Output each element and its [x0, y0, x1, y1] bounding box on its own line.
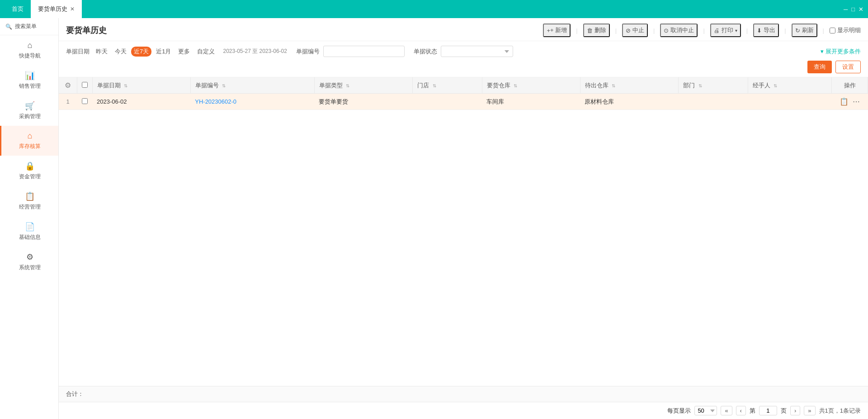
- sidebar-item-sales[interactable]: 📊 销售管理: [0, 65, 58, 95]
- doc-number-filter: 单据编号: [296, 46, 405, 57]
- doc-status-filter: 单据状态: [414, 46, 513, 57]
- table-area: ⚙ 单据日期 ⇅ 单据编号 ⇅: [59, 77, 868, 386]
- plus-icon: +: [547, 27, 550, 34]
- display-detail-toggle[interactable]: 显示明细: [830, 26, 861, 34]
- tab-home[interactable]: 首页: [5, 0, 31, 18]
- page-size-select[interactable]: 50 10 20 100: [694, 406, 717, 415]
- next-page-button[interactable]: ›: [790, 406, 800, 415]
- date-range-display: 2023-05-27 至 2023-06-02: [223, 48, 287, 55]
- row-checkbox[interactable]: [82, 98, 88, 104]
- col-handler: 经手人 ⇅: [748, 77, 831, 94]
- main-layout: 🔍 搜索菜单 ⌂ 快捷导航 📊 销售管理 🛒 采购管理 ⌂ 库存核算 🔒 资金管…: [0, 18, 868, 419]
- sidebar-item-label: 库存核算: [19, 143, 41, 150]
- sidebar-item-label: 快捷导航: [19, 52, 41, 60]
- sort-icon: ⇅: [346, 83, 349, 88]
- operations-icon: 📋: [25, 191, 35, 201]
- col-doc-type: 单据类型 ⇅: [314, 77, 412, 94]
- export-button[interactable]: ⬇ 导出: [753, 24, 779, 37]
- minimize-icon[interactable]: ─: [844, 6, 848, 13]
- settings-button[interactable]: 设置: [835, 61, 861, 73]
- row-handler: [748, 94, 831, 110]
- doc-number-label: 单据编号: [296, 48, 320, 56]
- table-footer: 合计：: [59, 386, 868, 402]
- query-button[interactable]: 查询: [807, 61, 832, 73]
- date-option-custom[interactable]: 自定义: [194, 47, 217, 57]
- col-settings: ⚙: [59, 77, 77, 94]
- sidebar-item-label: 销售管理: [19, 82, 41, 90]
- sidebar-item-label: 资金管理: [19, 173, 41, 181]
- sidebar-item-inventory[interactable]: ⌂ 库存核算: [0, 126, 58, 156]
- sidebar: 🔍 搜索菜单 ⌂ 快捷导航 📊 销售管理 🛒 采购管理 ⌂ 库存核算 🔒 资金管…: [0, 18, 59, 419]
- last-page-button[interactable]: »: [804, 406, 815, 415]
- date-option-today[interactable]: 今天: [112, 47, 129, 57]
- sidebar-item-label: 基础信息: [19, 233, 41, 241]
- col-checkbox: [77, 77, 92, 94]
- select-all-checkbox[interactable]: [82, 82, 88, 88]
- sidebar-item-operations[interactable]: 📋 经营管理: [0, 186, 58, 216]
- page-number-input[interactable]: [759, 406, 777, 415]
- pagination: 每页显示 50 10 20 100 « ‹ 第 页 › » 共1页，1条记录: [59, 402, 868, 419]
- purchase-icon: 🛒: [25, 101, 35, 111]
- date-filter-label: 单据日期: [66, 48, 90, 56]
- more-icon[interactable]: ⋯: [853, 98, 860, 105]
- summary-label: 合计：: [66, 390, 84, 398]
- date-option-1month[interactable]: 近1月: [153, 47, 174, 57]
- delete-button[interactable]: 🗑 删除: [583, 24, 610, 37]
- date-option-7days[interactable]: 近7天: [131, 47, 151, 57]
- suspend-button[interactable]: ⊘ 中止: [622, 24, 648, 37]
- refresh-icon: ↻: [795, 27, 800, 34]
- doc-status-select[interactable]: [441, 46, 513, 57]
- sort-icon: ⇅: [433, 83, 436, 88]
- date-option-yesterday[interactable]: 昨天: [93, 47, 110, 57]
- tab-home-label: 首页: [12, 5, 24, 13]
- sidebar-item-basic-info[interactable]: 📄 基础信息: [0, 216, 58, 247]
- top-bar: 首页 要货单历史 ✕ ─ □ ✕: [0, 0, 868, 18]
- date-option-more[interactable]: 更多: [175, 47, 193, 57]
- sort-icon: ⇅: [222, 83, 226, 88]
- data-table: ⚙ 单据日期 ⇅ 单据编号 ⇅: [59, 77, 868, 110]
- doc-status-label: 单据状态: [414, 48, 437, 56]
- page-label-before: 第: [750, 407, 755, 415]
- prev-page-button[interactable]: ‹: [736, 406, 746, 415]
- new-button[interactable]: + + 新增: [543, 24, 571, 37]
- home-icon: ⌂: [28, 41, 33, 50]
- row-checkbox-cell: [77, 94, 92, 110]
- refresh-button[interactable]: ↻ 刷新: [792, 24, 817, 37]
- sidebar-search[interactable]: 🔍 搜索菜单: [0, 18, 58, 35]
- sidebar-item-label: 经营管理: [19, 203, 41, 211]
- finance-icon: 🔒: [25, 161, 35, 171]
- col-department: 部门 ⇅: [679, 77, 748, 94]
- search-icon: 🔍: [5, 24, 12, 30]
- display-detail-checkbox[interactable]: [830, 28, 835, 33]
- close-icon[interactable]: ✕: [859, 6, 863, 13]
- export-icon: ⬇: [757, 27, 762, 34]
- expand-label: 展开更多条件: [826, 48, 861, 56]
- cancel-suspend-button[interactable]: ⊙ 取消中止: [660, 24, 698, 37]
- page-size-label: 每页显示: [667, 407, 691, 415]
- table-settings-icon[interactable]: ⚙: [65, 81, 71, 89]
- tab-bar: 首页 要货单历史 ✕: [5, 0, 82, 18]
- doc-number-input[interactable]: [323, 46, 405, 57]
- edit-icon[interactable]: 📋: [840, 98, 849, 105]
- filter-actions: 查询 设置: [66, 61, 861, 73]
- tab-requisition-history[interactable]: 要货单历史 ✕: [31, 0, 82, 18]
- col-req-warehouse: 要货仓库 ⇅: [482, 77, 580, 94]
- sidebar-item-quick-nav[interactable]: ⌂ 快捷导航: [0, 35, 58, 65]
- total-info: 共1页，1条记录: [819, 407, 861, 415]
- sidebar-item-purchase[interactable]: 🛒 采购管理: [0, 95, 58, 126]
- expand-more-button[interactable]: ▾ 展开更多条件: [821, 48, 861, 56]
- first-page-button[interactable]: «: [721, 406, 732, 415]
- tab-close-icon[interactable]: ✕: [70, 6, 75, 12]
- delete-icon: 🗑: [587, 27, 593, 34]
- sidebar-item-system[interactable]: ⚙ 系统管理: [0, 247, 58, 277]
- maximize-icon[interactable]: □: [851, 6, 855, 13]
- table-row: 1 2023-06-02 YH-20230602-0 要货单要货 车间库 原材料…: [59, 94, 868, 110]
- print-dropdown-icon: ▾: [735, 28, 737, 33]
- sidebar-item-label: 采购管理: [19, 113, 41, 120]
- sidebar-item-finance[interactable]: 🔒 资金管理: [0, 156, 58, 186]
- print-button[interactable]: 🖨 打印 ▾: [710, 24, 741, 37]
- doc-number-link[interactable]: YH-20230602-0: [195, 98, 236, 105]
- sidebar-search-label: 搜索菜单: [15, 23, 37, 30]
- inventory-icon: ⌂: [28, 131, 33, 141]
- sort-icon: ⇅: [514, 83, 517, 88]
